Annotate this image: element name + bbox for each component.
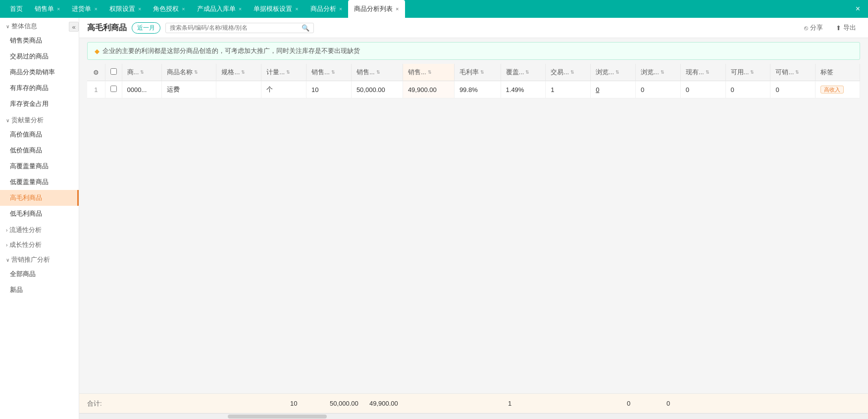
total-sales-qty-val: 10 [285,400,325,407]
nav-item-permission[interactable]: 权限设置 × [103,0,147,18]
col-checkbox[interactable] [105,64,122,81]
footer-total-bar: 合计: 10 50,000.00 49,900.00 1 0 0 [79,393,868,413]
total-transactions: 1 [503,400,543,407]
close-icon[interactable]: × [57,6,60,12]
col-views2[interactable]: 浏览...⇅ [635,64,680,81]
content-area: 高毛利商品 近一月 🔍 ⎋ 分享 ⬆ 导出 ◆ 企业的主要的利润都是这部分商品创… [79,18,868,419]
nav-item-purchase[interactable]: 进货单 × [66,0,103,18]
goods-table: ⚙ 商...⇅ 商品名称⇅ 规格...⇅ [87,64,860,98]
sort-icon: ⇅ [750,70,754,75]
sidebar-item-low-margin[interactable]: 低毛利商品 [0,206,79,222]
total-empty3 [543,400,582,407]
cell-sales-qty: 10 [306,81,352,98]
export-icon: ⬆ [836,24,841,32]
cell-code[interactable]: 0000... [122,81,161,98]
expand-arrow-icon: ∨ [6,118,9,123]
sidebar-section-marketing[interactable]: ∨ 营销推广分析 [0,251,79,266]
cell-sales-amount: 50,000.00 [351,81,403,98]
cell-current-stock: 0 [680,81,725,98]
horizontal-scrollbar[interactable] [79,413,868,419]
share-button[interactable]: ⎋ 分享 [800,22,827,34]
cell-gross-margin: 99.8% [454,81,501,98]
nav-item-analysis-list[interactable]: 商品分析列表 × [348,0,405,18]
sort-icon: ⇅ [331,70,335,75]
scroll-thumb[interactable] [228,415,327,419]
col-saleable[interactable]: 可销...⇅ [770,64,816,81]
total-sales-amount: 50,000.00 [325,400,364,407]
cell-views1[interactable]: 0 [591,81,636,98]
sidebar-item-sales-goods[interactable]: 销售类商品 [0,33,79,48]
sort-icon: ⇅ [241,70,245,75]
col-name[interactable]: 商品名称⇅ [161,64,216,81]
search-input[interactable] [170,24,302,31]
info-icon: ◆ [95,47,100,55]
col-gross-margin[interactable]: 毛利率⇅ [454,64,501,81]
col-code[interactable]: 商...⇅ [122,64,161,81]
sidebar-item-new-goods[interactable]: 新品 [0,282,79,298]
close-icon[interactable]: × [339,6,342,12]
sidebar-section-contribution[interactable]: ∨ 贡献量分析 [0,112,79,127]
expand-arrow-icon: ∨ [6,24,9,29]
nav-item-home[interactable]: 首页 [4,0,29,18]
time-filter-button[interactable]: 近一月 [132,22,160,34]
col-coverage[interactable]: 覆盖...⇅ [501,64,546,81]
search-box: 🔍 [165,23,314,33]
sort-icon: ⇅ [615,70,619,75]
sidebar-section-overall[interactable]: ∨ 整体信息 [0,18,79,33]
expand-arrow-icon: › [6,242,7,248]
top-navigation: 首页 销售单 × 进货单 × 权限设置 × 角色授权 × 产成品入库单 × 单据… [0,0,868,18]
info-banner: ◆ 企业的主要的利润都是这部分商品创造的，可考虑加大推广，同时关注库存是不要出现… [87,42,860,60]
col-settings[interactable]: ⚙ [87,64,105,81]
close-icon[interactable]: × [239,6,242,12]
col-sales-profit[interactable]: 销售...⇅ [403,64,454,81]
sidebar-section-growth[interactable]: › 成长性分析 [0,236,79,251]
col-spec[interactable]: 规格...⇅ [216,64,261,81]
sidebar-item-all-goods[interactable]: 全部商品 [0,266,79,282]
sort-icon: ⇅ [286,70,290,75]
nav-item-template[interactable]: 单据模板设置 × [248,0,304,18]
close-icon[interactable]: × [138,6,141,12]
close-icon[interactable]: × [94,6,97,12]
window-close-button[interactable]: × [852,4,864,13]
sort-icon: ⇅ [376,70,380,75]
sidebar-item-stock-capital[interactable]: 库存资金占用 [0,96,79,112]
col-unit[interactable]: 计量...⇅ [261,64,306,81]
sidebar-section-flow[interactable]: › 流通性分析 [0,222,79,236]
select-all-checkbox[interactable] [110,68,117,75]
row-select-checkbox[interactable] [110,86,117,92]
col-sales-qty[interactable]: 销售...⇅ [306,64,352,81]
sidebar-item-traded-goods[interactable]: 交易过的商品 [0,48,79,64]
sidebar-item-high-margin[interactable]: 高毛利商品 [0,190,79,206]
sidebar-collapse-button[interactable]: « [69,22,79,32]
col-current-stock[interactable]: 现有...⇅ [680,64,725,81]
total-sales-profit: 49,900.00 [364,400,424,407]
nav-item-analysis[interactable]: 商品分析 × [305,0,348,18]
nav-item-product-inbound[interactable]: 产成品入库单 × [191,0,248,18]
nav-item-sales[interactable]: 销售单 × [29,0,66,18]
close-icon[interactable]: × [182,6,185,12]
search-icon[interactable]: 🔍 [302,24,309,32]
sidebar-item-stock-goods[interactable]: 有库存的商品 [0,80,79,96]
page-title: 高毛利商品 [87,23,127,33]
total-label: 合计: [87,399,186,408]
sort-icon: ⇅ [661,70,664,75]
sidebar-item-category-assist[interactable]: 商品分类助销率 [0,64,79,80]
col-available[interactable]: 可用...⇅ [725,64,770,81]
row-checkbox[interactable] [105,81,122,98]
nav-item-role[interactable]: 角色授权 × [147,0,191,18]
sidebar-item-high-value[interactable]: 高价值商品 [0,127,79,142]
col-sales-amount[interactable]: 销售...⇅ [351,64,403,81]
close-icon[interactable]: × [396,6,399,12]
main-layout: « ∨ 整体信息 销售类商品 交易过的商品 商品分类助销率 有库存的商品 库存资… [0,18,868,419]
col-transactions[interactable]: 交易...⇅ [546,64,591,81]
export-button[interactable]: ⬆ 导出 [832,22,860,34]
sidebar-item-low-coverage[interactable]: 低覆盖量商品 [0,174,79,190]
sidebar-item-high-coverage[interactable]: 高覆盖量商品 [0,158,79,174]
cell-spec [216,81,261,98]
col-tag[interactable]: 标签 [816,64,860,81]
sidebar-item-low-value[interactable]: 低价值商品 [0,142,79,158]
col-views1[interactable]: 浏览...⇅ [591,64,636,81]
cell-coverage: 1.49% [501,81,546,98]
sort-icon: ⇅ [480,70,484,75]
close-icon[interactable]: × [295,6,298,12]
